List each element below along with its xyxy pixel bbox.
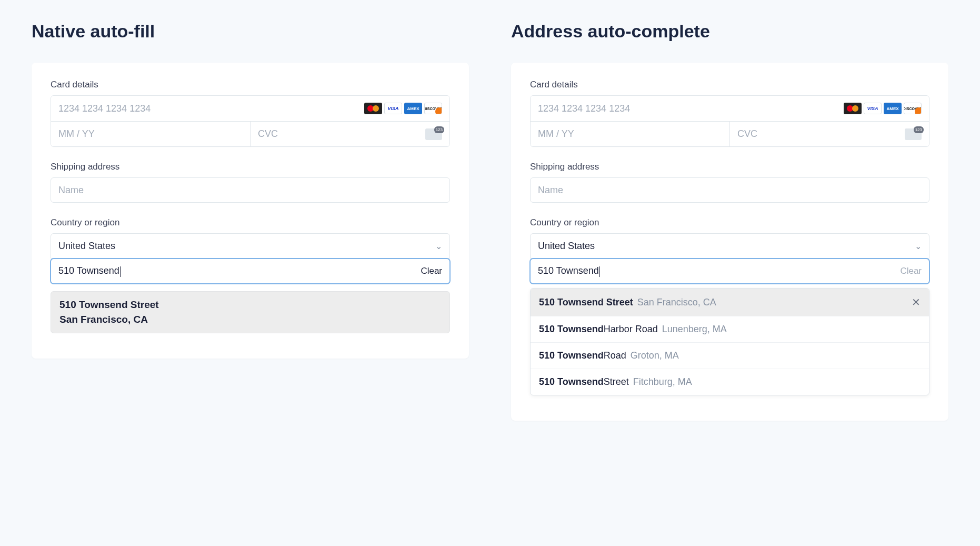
- address-input[interactable]: 510 Townsend Clear: [51, 259, 450, 284]
- chevron-down-icon: ⌄: [435, 241, 442, 251]
- native-autofill-title: Native auto-fill: [32, 21, 469, 42]
- visa-icon: VISA: [864, 103, 882, 114]
- clear-button[interactable]: Clear: [421, 266, 442, 276]
- mastercard-icon: [364, 103, 382, 114]
- discover-icon: DISCOVER: [904, 103, 922, 114]
- cvc-input[interactable]: CVC: [730, 122, 929, 146]
- country-select[interactable]: United States ⌄: [530, 233, 929, 259]
- shipping-label: Shipping address: [51, 162, 450, 172]
- visa-icon: VISA: [384, 103, 402, 114]
- autocomplete-item[interactable]: 510 Townsend Harbor RoadLunenberg, MA: [531, 316, 929, 342]
- address-autocomplete-card: Card details 1234 1234 1234 1234 VISA AM…: [511, 63, 948, 421]
- card-details-label: Card details: [530, 80, 929, 90]
- cvc-icon: [425, 128, 442, 140]
- chevron-down-icon: ⌄: [915, 241, 922, 251]
- address-input[interactable]: 510 Townsend Clear: [530, 259, 929, 284]
- card-number-placeholder: 1234 1234 1234 1234: [538, 103, 630, 114]
- card-details-label: Card details: [51, 80, 450, 90]
- card-number-placeholder: 1234 1234 1234 1234: [58, 103, 151, 114]
- clear-button[interactable]: Clear: [900, 266, 922, 276]
- card-details-group: 1234 1234 1234 1234 VISA AMEX DISCOVER M…: [530, 95, 929, 147]
- autocomplete-item[interactable]: 510 Townsend StreetFitchburg, MA: [531, 369, 929, 395]
- country-label: Country or region: [51, 217, 450, 228]
- address-autocomplete-title: Address auto-complete: [511, 21, 948, 42]
- expiry-input[interactable]: MM / YY: [51, 122, 251, 146]
- native-autofill-card: Card details 1234 1234 1234 1234 VISA AM…: [32, 63, 469, 359]
- expiry-input[interactable]: MM / YY: [531, 122, 730, 146]
- mastercard-icon: [844, 103, 862, 114]
- shipping-label: Shipping address: [530, 162, 929, 172]
- card-details-group: 1234 1234 1234 1234 VISA AMEX DISCOVER M…: [51, 95, 450, 147]
- cvc-input[interactable]: CVC: [251, 122, 449, 146]
- country-select[interactable]: United States ⌄: [51, 233, 450, 259]
- close-icon[interactable]: ✕: [912, 296, 921, 309]
- amex-icon: AMEX: [404, 103, 422, 114]
- native-autofill-suggestion[interactable]: 510 Townsend Street San Francisco, CA: [51, 291, 450, 333]
- autocomplete-list: 510 Townsend StreetSan Francisco, CA✕510…: [530, 288, 929, 395]
- card-number-input[interactable]: 1234 1234 1234 1234 VISA AMEX DISCOVER: [51, 96, 449, 121]
- name-input[interactable]: Name: [530, 177, 929, 203]
- autocomplete-item[interactable]: 510 Townsend RoadGroton, MA: [531, 342, 929, 369]
- country-label: Country or region: [530, 217, 929, 228]
- autocomplete-item[interactable]: 510 Townsend StreetSan Francisco, CA✕: [531, 289, 929, 316]
- card-number-input[interactable]: 1234 1234 1234 1234 VISA AMEX DISCOVER: [531, 96, 929, 121]
- name-input[interactable]: Name: [51, 177, 450, 203]
- cvc-icon: [905, 128, 922, 140]
- amex-icon: AMEX: [884, 103, 902, 114]
- discover-icon: DISCOVER: [424, 103, 442, 114]
